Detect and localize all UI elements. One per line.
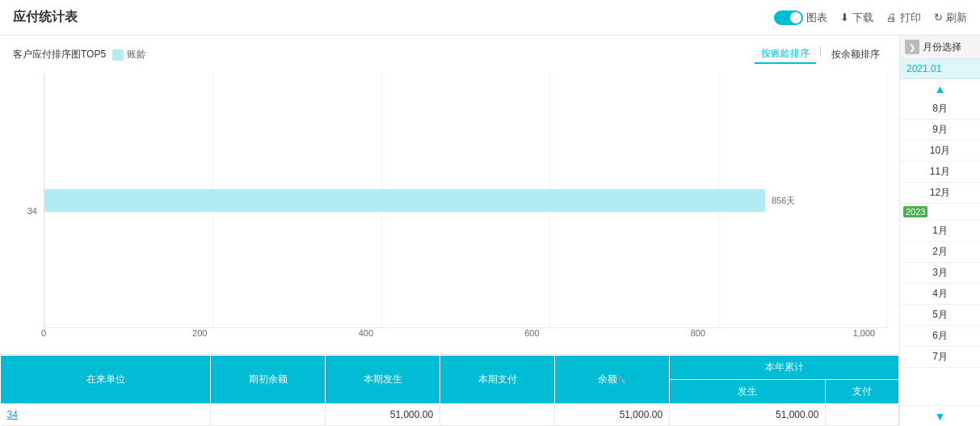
legend-title: 客户应付排序图TOP5 [13, 48, 106, 61]
x-tick-0: 0 [41, 328, 46, 348]
sidebar-nav-down-button[interactable]: ▼ [900, 406, 980, 426]
month-item-8[interactable]: 8月 [900, 99, 980, 120]
chart-label: 图表 [806, 11, 827, 25]
th-balance: 余额🔧 [555, 356, 670, 404]
month-item-7[interactable]: 7月 [900, 347, 980, 368]
x-tick-600: 600 [524, 328, 539, 348]
page-title: 应付统计表 [13, 9, 78, 26]
th-ytd: 本年累计 [670, 356, 899, 380]
x-tick-400: 400 [359, 328, 373, 348]
th-opening: 期初余额 [211, 356, 326, 404]
chart-plot-area: 856天 [44, 74, 886, 328]
table-header-row-1: 在来单位 期初余额 本期发生 本期支付 余额🔧 本年累计 [1, 356, 899, 380]
bar-fill-34 [44, 189, 765, 212]
th-occurrence: 本期发生 [326, 356, 440, 404]
legend-color-age [112, 49, 124, 61]
chart-toggle-item[interactable]: 图表 [774, 11, 827, 25]
month-item-11[interactable]: 11月 [900, 162, 980, 183]
download-icon: ⬇ [840, 11, 849, 23]
month-item-5[interactable]: 5月 [900, 305, 980, 326]
chevron-up-icon: ▲ [935, 82, 946, 95]
x-tick-800: 800 [691, 328, 705, 348]
sort-by-age-button[interactable]: 按账龄排序 [755, 45, 816, 64]
sidebar-collapse-button[interactable]: ❯ [905, 40, 919, 54]
y-axis-label: 34 [13, 206, 37, 216]
bottom-table: 在来单位 期初余额 本期发生 本期支付 余额🔧 本年累计 发生 支付 [0, 354, 899, 426]
month-item-2[interactable]: 2月 [900, 242, 980, 263]
cell-balance: 51,000.00 [555, 404, 670, 426]
sidebar-nav-up-button[interactable]: ▲ [900, 79, 980, 99]
x-tick-200: 200 [192, 328, 207, 348]
th-unit: 在来单位 [1, 356, 211, 404]
chart-sort-buttons: 按账龄排序 | 按余额排序 [755, 45, 886, 64]
header-actions: 图表 ⬇ 下载 🖨 打印 ↻ 刷新 [774, 11, 967, 25]
sidebar-date-display[interactable]: 2021.01 [900, 59, 980, 79]
th-payment: 本期支付 [440, 356, 555, 404]
cell-unit[interactable]: 34 [1, 404, 211, 426]
x-tick-1000: 1,000 [853, 328, 876, 348]
month-item-9[interactable]: 9月 [900, 120, 980, 141]
month-item-4[interactable]: 4月 [900, 284, 980, 305]
bar-row-34: 856天 [44, 189, 886, 212]
cell-occurrence: 51,000.00 [326, 404, 440, 426]
cell-ytd-occurrence: 51,000.00 [670, 404, 826, 426]
month-item-3[interactable]: 3月 [900, 263, 980, 284]
refresh-icon: ↻ [934, 11, 943, 23]
month-item-10[interactable]: 10月 [900, 141, 980, 162]
chart-legend: 客户应付排序图TOP5 账龄 [13, 48, 146, 61]
bar-chart-container: 34 856天 [0, 67, 899, 354]
year-badge-2023: 2023 [903, 206, 927, 217]
bar-chart: 34 856天 [13, 74, 886, 348]
download-button[interactable]: ⬇ 下载 [840, 11, 873, 25]
th-ytd-payment: 支付 [826, 380, 899, 404]
th-ytd-occurrence: 发生 [670, 380, 826, 404]
cell-opening [211, 404, 326, 426]
stats-table: 在来单位 期初余额 本期发生 本期支付 余额🔧 本年累计 发生 支付 [0, 355, 899, 426]
header: 应付统计表 图表 ⬇ 下载 🖨 打印 ↻ 刷新 [0, 0, 980, 36]
month-item-6[interactable]: 6月 [900, 326, 980, 347]
cell-payment [440, 404, 555, 426]
chart-area: 客户应付排序图TOP5 账龄 按账龄排序 | 按余额排序 34 [0, 36, 899, 426]
sidebar-header: ❯ 月份选择 [900, 36, 980, 59]
chart-toolbar: 客户应付排序图TOP5 账龄 按账龄排序 | 按余额排序 [0, 42, 899, 67]
month-item-12[interactable]: 12月 [900, 183, 980, 204]
x-axis: 0 200 400 600 800 1,000 [44, 328, 886, 348]
app-container: 应付统计表 图表 ⬇ 下载 🖨 打印 ↻ 刷新 [0, 0, 980, 426]
chart-toggle[interactable] [774, 11, 803, 25]
sidebar-header-label: 月份选择 [923, 40, 961, 54]
legend-label-age: 账龄 [127, 48, 146, 61]
year-2023-row[interactable]: 2023 [900, 204, 980, 221]
sidebar: ❯ 月份选择 2021.01 ▲ 8月 9月 10月 11月 12月 2023 … [899, 36, 980, 426]
print-icon: 🖨 [886, 11, 897, 23]
chevron-down-icon: ▼ [935, 410, 946, 423]
legend-item-age: 账龄 [112, 48, 146, 61]
month-item-1[interactable]: 1月 [900, 221, 980, 242]
table-row: 34 51,000.00 51,000.00 51,000.00 [1, 404, 899, 426]
grid-line-5 [886, 74, 887, 327]
sort-by-balance-button[interactable]: 按余额排序 [825, 45, 886, 64]
main-content: 客户应付排序图TOP5 账龄 按账龄排序 | 按余额排序 34 [0, 36, 980, 426]
cell-ytd-payment [826, 404, 899, 426]
month-list: 8月 9月 10月 11月 12月 2023 1月 2月 3月 4月 5月 6月… [900, 99, 980, 406]
refresh-button[interactable]: ↻ 刷新 [934, 11, 967, 25]
bar-value-label-34: 856天 [772, 195, 795, 207]
print-button[interactable]: 🖨 打印 [886, 11, 921, 25]
